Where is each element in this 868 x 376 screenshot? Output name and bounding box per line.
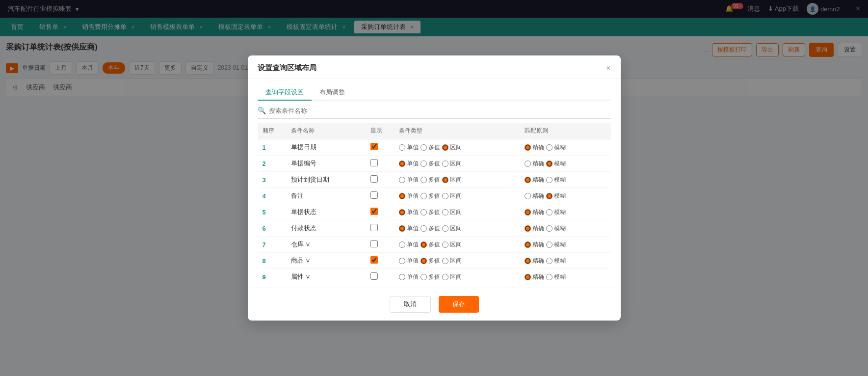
modal-close-btn[interactable]: × bbox=[606, 64, 610, 73]
type-label-type_range-4[interactable]: 区间 bbox=[442, 208, 462, 216]
type-radio-type_single-2[interactable] bbox=[399, 177, 405, 183]
match-label-match_exact-3[interactable]: 精确 bbox=[525, 192, 544, 200]
match-label-match_fuzzy-5[interactable]: 模糊 bbox=[546, 224, 566, 233]
type-label-type_single-6[interactable]: 单值 bbox=[399, 241, 419, 249]
match-label-match_exact-0[interactable]: 精确 bbox=[525, 143, 544, 152]
show-checkbox-5[interactable] bbox=[370, 224, 378, 231]
match-radio-match_fuzzy-2[interactable] bbox=[546, 177, 552, 183]
type-radio-type_range-2[interactable] bbox=[442, 177, 448, 183]
type-label-type_range-8[interactable]: 区间 bbox=[442, 273, 462, 280]
type-radio-type_multi-3[interactable] bbox=[421, 193, 427, 199]
type-radio-type_single-0[interactable] bbox=[399, 144, 405, 151]
match-radio-match_exact-4[interactable] bbox=[525, 209, 531, 215]
type-label-type_multi-8[interactable]: 多值 bbox=[421, 273, 440, 280]
type-label-type_single-5[interactable]: 单值 bbox=[399, 224, 419, 233]
type-label-type_single-4[interactable]: 单值 bbox=[399, 208, 419, 216]
show-checkbox-4[interactable] bbox=[370, 208, 378, 215]
type-label-type_multi-3[interactable]: 多值 bbox=[421, 192, 440, 200]
type-radio-type_multi-1[interactable] bbox=[421, 161, 427, 167]
save-btn[interactable]: 保存 bbox=[439, 296, 479, 313]
type-radio-type_range-3[interactable] bbox=[442, 193, 448, 199]
modal-tab-layout[interactable]: 布局调整 bbox=[312, 85, 353, 101]
match-label-match_fuzzy-6[interactable]: 模糊 bbox=[546, 241, 566, 249]
type-radio-type_multi-6[interactable] bbox=[421, 242, 427, 248]
show-checkbox-0[interactable] bbox=[370, 143, 378, 150]
search-input[interactable] bbox=[266, 107, 611, 114]
type-label-type_multi-7[interactable]: 多值 bbox=[421, 257, 440, 265]
match-radio-match_fuzzy-6[interactable] bbox=[546, 242, 552, 248]
cancel-btn[interactable]: 取消 bbox=[390, 296, 431, 313]
type-label-type_multi-5[interactable]: 多值 bbox=[421, 224, 440, 233]
type-label-type_range-2[interactable]: 区间 bbox=[442, 176, 462, 184]
match-label-match_fuzzy-2[interactable]: 模糊 bbox=[546, 176, 566, 184]
type-label-type_multi-1[interactable]: 多值 bbox=[421, 160, 440, 168]
match-label-match_fuzzy-4[interactable]: 模糊 bbox=[546, 208, 566, 216]
match-radio-match_fuzzy-3[interactable] bbox=[546, 193, 552, 199]
type-label-type_multi-4[interactable]: 多值 bbox=[421, 208, 440, 216]
type-radio-type_range-6[interactable] bbox=[442, 242, 448, 248]
show-checkbox-8[interactable] bbox=[370, 272, 378, 280]
type-radio-type_range-0[interactable] bbox=[442, 144, 448, 151]
type-radio-type_multi-7[interactable] bbox=[421, 258, 427, 264]
type-label-type_range-5[interactable]: 区间 bbox=[442, 224, 462, 233]
match-label-match_exact-7[interactable]: 精确 bbox=[525, 257, 544, 265]
match-label-match_fuzzy-8[interactable]: 模糊 bbox=[546, 273, 566, 280]
type-radio-type_single-3[interactable] bbox=[399, 193, 405, 199]
type-label-type_single-3[interactable]: 单值 bbox=[399, 192, 419, 200]
match-label-match_fuzzy-7[interactable]: 模糊 bbox=[546, 257, 566, 265]
type-label-type_single-7[interactable]: 单值 bbox=[399, 257, 419, 265]
match-radio-match_exact-2[interactable] bbox=[525, 177, 531, 183]
type-radio-type_single-5[interactable] bbox=[399, 225, 405, 232]
type-radio-type_range-5[interactable] bbox=[442, 225, 448, 232]
match-label-match_exact-2[interactable]: 精确 bbox=[525, 176, 544, 184]
type-label-type_range-3[interactable]: 区间 bbox=[442, 192, 462, 200]
type-label-type_range-7[interactable]: 区间 bbox=[442, 257, 462, 265]
type-label-type_range-0[interactable]: 区间 bbox=[442, 143, 462, 152]
type-radio-type_single-8[interactable] bbox=[399, 274, 405, 280]
type-radio-type_single-6[interactable] bbox=[399, 242, 405, 248]
type-radio-type_single-1[interactable] bbox=[399, 161, 405, 167]
type-label-type_single-0[interactable]: 单值 bbox=[399, 143, 419, 152]
match-radio-match_fuzzy-8[interactable] bbox=[546, 274, 552, 280]
type-label-type_multi-2[interactable]: 多值 bbox=[421, 176, 440, 184]
type-label-type_range-1[interactable]: 区间 bbox=[442, 160, 462, 168]
show-checkbox-2[interactable] bbox=[370, 175, 378, 183]
match-label-match_exact-6[interactable]: 精确 bbox=[525, 241, 544, 249]
type-radio-type_single-4[interactable] bbox=[399, 209, 405, 215]
show-checkbox-6[interactable] bbox=[370, 240, 378, 247]
match-radio-match_exact-5[interactable] bbox=[525, 225, 531, 232]
type-radio-type_range-8[interactable] bbox=[442, 274, 448, 280]
type-radio-type_range-7[interactable] bbox=[442, 258, 448, 264]
match-label-match_fuzzy-0[interactable]: 模糊 bbox=[546, 143, 566, 152]
type-label-type_multi-6[interactable]: 多值 bbox=[421, 241, 440, 249]
match-radio-match_exact-6[interactable] bbox=[525, 242, 531, 248]
match-radio-match_exact-8[interactable] bbox=[525, 274, 531, 280]
match-radio-match_exact-3[interactable] bbox=[525, 193, 531, 199]
match-radio-match_exact-7[interactable] bbox=[525, 258, 531, 264]
type-radio-type_multi-0[interactable] bbox=[421, 144, 427, 151]
match-radio-match_fuzzy-7[interactable] bbox=[546, 258, 552, 264]
match-label-match_exact-4[interactable]: 精确 bbox=[525, 208, 544, 216]
match-radio-match_fuzzy-1[interactable] bbox=[546, 161, 552, 167]
match-radio-match_fuzzy-4[interactable] bbox=[546, 209, 552, 215]
type-radio-type_single-7[interactable] bbox=[399, 258, 405, 264]
type-label-type_range-6[interactable]: 区间 bbox=[442, 241, 462, 249]
match-label-match_exact-5[interactable]: 精确 bbox=[525, 224, 544, 233]
type-radio-type_range-4[interactable] bbox=[442, 209, 448, 215]
match-label-match_exact-8[interactable]: 精确 bbox=[525, 273, 544, 280]
match-label-match_fuzzy-1[interactable]: 模糊 bbox=[546, 160, 566, 168]
type-label-type_multi-0[interactable]: 多值 bbox=[421, 143, 440, 152]
type-radio-type_multi-5[interactable] bbox=[421, 225, 427, 232]
modal-overlay[interactable]: 设置查询区域布局 × 查询字段设置 布局调整 🔍 bbox=[0, 0, 868, 376]
match-label-match_exact-1[interactable]: 精确 bbox=[525, 160, 544, 168]
type-label-type_single-2[interactable]: 单值 bbox=[399, 176, 419, 184]
type-radio-type_range-1[interactable] bbox=[442, 161, 448, 167]
match-radio-match_exact-0[interactable] bbox=[525, 144, 531, 151]
match-label-match_fuzzy-3[interactable]: 模糊 bbox=[546, 192, 566, 200]
type-radio-type_multi-2[interactable] bbox=[421, 177, 427, 183]
show-checkbox-7[interactable] bbox=[370, 256, 378, 264]
type-label-type_single-8[interactable]: 单值 bbox=[399, 273, 419, 280]
type-radio-type_multi-4[interactable] bbox=[421, 209, 427, 215]
match-radio-match_fuzzy-5[interactable] bbox=[546, 225, 552, 232]
match-radio-match_fuzzy-0[interactable] bbox=[546, 144, 552, 151]
